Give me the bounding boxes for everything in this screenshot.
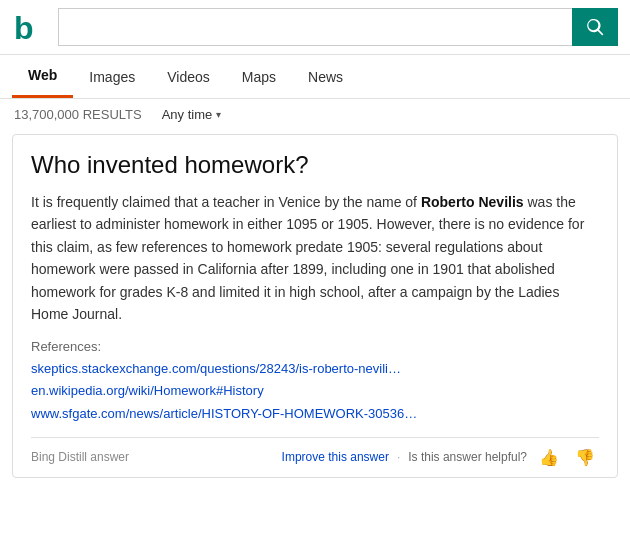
filter-dropdown[interactable]: Any time ▾: [162, 107, 222, 122]
distill-label: Bing Distill answer: [31, 450, 129, 464]
answer-card: Who invented homework? It is frequently …: [12, 134, 618, 478]
thumbs-up-button[interactable]: 👍: [535, 446, 563, 469]
search-bar: who invented homework: [58, 8, 618, 46]
answer-body-rest: was the earliest to administer homework …: [31, 194, 584, 322]
references-section: References: skeptics.stackexchange.com/q…: [31, 339, 599, 424]
references-label: References:: [31, 339, 599, 354]
answer-title: Who invented homework?: [31, 151, 599, 179]
separator: ·: [397, 450, 400, 464]
results-count: 13,700,000 RESULTS: [14, 107, 142, 122]
tab-web[interactable]: Web: [12, 55, 73, 98]
reference-link-1[interactable]: en.wikipedia.org/wiki/Homework#History: [31, 380, 599, 402]
tab-videos[interactable]: Videos: [151, 57, 226, 97]
thumbs-up-icon: 👍: [539, 449, 559, 466]
search-button[interactable]: [572, 8, 618, 46]
nav-tabs: Web Images Videos Maps News: [0, 55, 630, 99]
answer-footer: Bing Distill answer Improve this answer …: [31, 437, 599, 477]
search-icon: [585, 17, 605, 37]
thumbs-down-button[interactable]: 👎: [571, 446, 599, 469]
helpful-label: Is this answer helpful?: [408, 450, 527, 464]
svg-text:b: b: [14, 10, 34, 45]
results-header: 13,700,000 RESULTS Any time ▾: [0, 99, 630, 130]
chevron-down-icon: ▾: [216, 109, 221, 120]
improve-answer-link[interactable]: Improve this answer: [282, 450, 389, 464]
thumbs-down-icon: 👎: [575, 449, 595, 466]
header: b who invented homework: [0, 0, 630, 55]
tab-news[interactable]: News: [292, 57, 359, 97]
answer-body-intro: It is frequently claimed that a teacher …: [31, 194, 421, 210]
feedback-area: Improve this answer · Is this answer hel…: [282, 446, 599, 469]
search-input[interactable]: who invented homework: [58, 8, 572, 46]
tab-images[interactable]: Images: [73, 57, 151, 97]
reference-link-0[interactable]: skeptics.stackexchange.com/questions/282…: [31, 358, 599, 380]
answer-body: It is frequently claimed that a teacher …: [31, 191, 599, 325]
answer-body-name: Roberto Nevilis: [421, 194, 524, 210]
bing-logo: b: [12, 9, 48, 45]
filter-label: Any time: [162, 107, 213, 122]
reference-link-2[interactable]: www.sfgate.com/news/article/HISTORY-OF-H…: [31, 403, 599, 425]
tab-maps[interactable]: Maps: [226, 57, 292, 97]
